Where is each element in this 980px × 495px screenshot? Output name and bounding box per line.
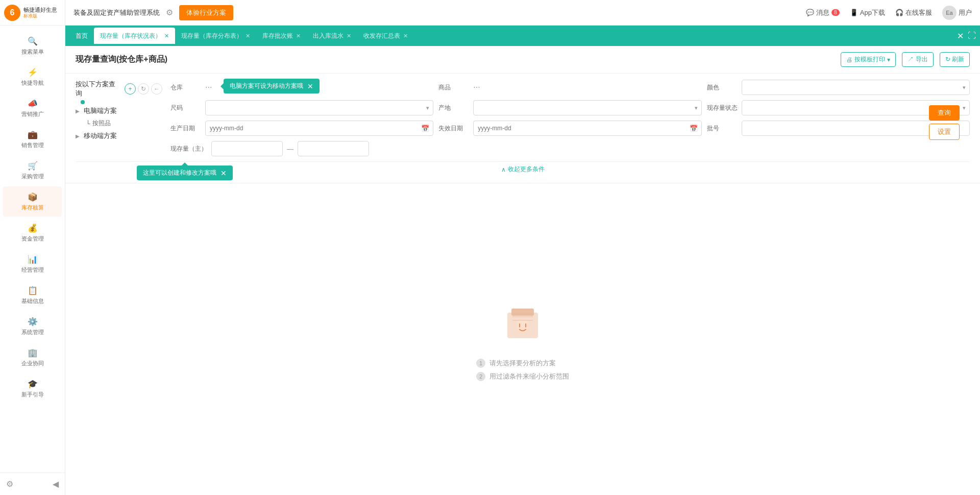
page-header: 现存量查询(按仓库+商品) 🖨 按模板打印 ▾ ↗ 导出 ↻ 刷新 <box>65 46 980 74</box>
sidebar-item-sales[interactable]: 💼 销售管理 <box>3 124 62 154</box>
industry-btn[interactable]: 体验行业方案 <box>179 5 233 20</box>
logo-area: 6 畅捷通好生意 标准版 <box>0 0 65 26</box>
exp-date-field: 失效日期 📅 <box>438 121 701 136</box>
product-label: 商品 <box>438 83 469 92</box>
refresh-plan-btn[interactable]: ↻ <box>138 83 149 95</box>
sidebar-item-inventory-label: 库存核算 <box>21 204 44 211</box>
back-plan-btn[interactable]: ← <box>151 83 162 95</box>
search-icon: 🔍 <box>28 36 38 46</box>
expand-arrow-mobile-icon: ▶ <box>76 133 80 139</box>
tooltip-plan-text: 电脑方案可设为移动方案哦 <box>230 82 303 90</box>
plan-mobile-name: 移动端方案 <box>84 131 117 140</box>
template-print-btn[interactable]: 🖨 按模板打印 ▾ <box>841 52 896 67</box>
sidebar-item-system[interactable]: ⚙️ 系统管理 <box>3 311 62 341</box>
sidebar-item-marketing[interactable]: 📣 营销推广 <box>3 93 62 123</box>
sidebar-item-finance[interactable]: 💰 资金管理 <box>3 218 62 248</box>
sidebar-item-enterprise[interactable]: 🏢 企业协同 <box>3 342 62 372</box>
exp-date-input[interactable] <box>473 121 701 136</box>
mfg-date-wrapper: 📅 <box>205 121 433 136</box>
export-icon: ↗ <box>908 56 914 63</box>
tabs-actions: ✕ ⛶ <box>957 31 976 41</box>
sidebar-item-inventory[interactable]: 📦 库存核算 <box>3 186 62 217</box>
stock-qty-row: 现存量（主） — <box>170 141 970 156</box>
tab-stock-status-close[interactable]: ✕ <box>164 33 169 39</box>
tab-in-out-flow[interactable]: 出入库流水 ✕ <box>307 28 357 44</box>
stock-qty-min-input[interactable] <box>211 141 283 156</box>
sidebar-item-marketing-label: 营销推广 <box>21 110 44 118</box>
tab-in-out-flow-close[interactable]: ✕ <box>347 33 351 39</box>
search-btn[interactable]: 查询 <box>929 105 960 121</box>
online-support-group[interactable]: 🎧 在线客服 <box>895 8 932 17</box>
user-group[interactable]: Ea 用户 <box>942 6 972 20</box>
exp-date-label: 失效日期 <box>438 124 469 133</box>
stock-qty-max-input[interactable] <box>298 141 369 156</box>
empty-illustration <box>497 297 548 348</box>
filter-section: 电脑方案可设为移动方案哦 ✕ 这里可以创建和修改方案哦 ✕ 按以下方案查询 + … <box>65 74 980 183</box>
tab-recv-send[interactable]: 收发存汇总表 ✕ <box>357 28 414 44</box>
sidebar-item-guide[interactable]: 🎓 新手引导 <box>3 373 62 404</box>
filter-header: 按以下方案查询 + ↻ ← <box>76 80 162 98</box>
tab-stock-status-label: 现存量（库存状况表） <box>100 32 161 40</box>
messages-label: 消息 <box>816 8 829 17</box>
plan-desktop-name: 电脑端方案 <box>84 106 117 115</box>
stock-qty-label: 现存量（主） <box>170 145 207 153</box>
filter-row-2: 尺码 产地 现存量状态 <box>170 100 970 115</box>
settings-icon[interactable]: ⚙ <box>6 479 13 489</box>
mfg-date-input[interactable] <box>205 121 433 136</box>
empty-hints: 1 请先选择要分析的方案 2 用过滤条件来缩小分析范围 <box>476 359 569 381</box>
close-all-tabs-icon[interactable]: ✕ <box>957 31 964 41</box>
add-plan-btn[interactable]: + <box>125 83 136 95</box>
sidebar-item-system-label: 系统管理 <box>21 328 44 336</box>
sidebar-item-operations[interactable]: 📊 经营管理 <box>3 249 62 279</box>
tab-batch-account-close[interactable]: ✕ <box>296 33 301 39</box>
tooltip-create-close[interactable]: ✕ <box>220 169 227 177</box>
sidebar-item-search[interactable]: 🔍 搜索菜单 <box>3 31 62 61</box>
tab-recv-send-label: 收发存汇总表 <box>363 32 400 40</box>
sidebar-item-guide-label: 新手引导 <box>21 391 44 398</box>
size-select[interactable] <box>205 100 433 115</box>
sidebar-item-purchase[interactable]: 🛒 采购管理 <box>3 155 62 185</box>
collapse-up-icon: ∧ <box>501 166 506 173</box>
product-dots[interactable]: ··· <box>473 83 480 92</box>
collapse-sidebar-icon[interactable]: ◀ <box>53 479 59 489</box>
sidebar: 6 畅捷通好生意 标准版 🔍 搜索菜单 ⚡ 快捷导航 📣 营销推广 💼 销售管理… <box>0 0 65 495</box>
main-area: 装备及固定资产辅助管理系统 ⚙ 体验行业方案 💬 消息 8 📱 App下载 🎧 … <box>65 0 980 495</box>
messages-group[interactable]: 💬 消息 8 <box>806 8 840 17</box>
refresh-icon: ↻ <box>945 56 950 63</box>
export-btn[interactable]: ↗ 导出 <box>902 52 933 67</box>
sidebar-nav: 🔍 搜索菜单 ⚡ 快捷导航 📣 营销推广 💼 销售管理 🛒 采购管理 📦 库存核… <box>0 26 65 473</box>
batch-label: 批号 <box>707 124 738 133</box>
plan-child-name: 按照品 <box>92 119 111 128</box>
plan-item-by-product[interactable]: └ 按照品 <box>76 117 162 129</box>
search-btn-group: 查询 设置 <box>929 105 960 140</box>
app-download-group[interactable]: 📱 App下载 <box>850 8 885 17</box>
warehouse-label: 仓库 <box>170 83 201 92</box>
sidebar-item-basic[interactable]: 📋 基础信息 <box>3 280 62 310</box>
sidebar-item-finance-label: 资金管理 <box>21 235 44 243</box>
plan-item-desktop[interactable]: ▶ 电脑端方案 <box>76 104 162 117</box>
logo-icon: 6 <box>4 5 20 21</box>
tab-home[interactable]: 首页 <box>69 28 94 44</box>
template-print-icon: 🖨 <box>846 56 852 63</box>
tab-recv-send-close[interactable]: ✕ <box>403 33 408 39</box>
color-select[interactable] <box>742 80 970 95</box>
tab-stock-dist[interactable]: 现存量（库存分布表） ✕ <box>175 28 256 44</box>
hint-text-2: 用过滤条件来缩小分析范围 <box>489 372 569 381</box>
svg-point-2 <box>517 319 529 332</box>
origin-select[interactable] <box>473 100 701 115</box>
tab-stock-dist-close[interactable]: ✕ <box>246 33 250 39</box>
plan-selector: 按以下方案查询 + ↻ ← ▶ 电脑端方案 <box>76 80 162 161</box>
sidebar-item-quicknav[interactable]: ⚡ 快捷导航 <box>3 62 62 92</box>
tooltip-plan-close[interactable]: ✕ <box>307 82 313 90</box>
warehouse-dots[interactable]: ··· <box>205 83 212 92</box>
tab-stock-status[interactable]: 现存量（库存状况表） ✕ <box>94 28 175 44</box>
maximize-icon[interactable]: ⛶ <box>968 31 976 41</box>
hint-num-2: 2 <box>476 372 485 381</box>
settings-gear-icon[interactable]: ⚙ <box>166 8 173 17</box>
refresh-btn[interactable]: ↻ 刷新 <box>940 52 970 67</box>
plan-item-mobile[interactable]: ▶ 移动端方案 <box>76 129 162 143</box>
tab-batch-account[interactable]: 库存批次账 ✕ <box>256 28 307 44</box>
setting-btn[interactable]: 设置 <box>929 124 960 140</box>
purchase-icon: 🛒 <box>28 160 38 171</box>
size-field: 尺码 <box>170 100 433 115</box>
